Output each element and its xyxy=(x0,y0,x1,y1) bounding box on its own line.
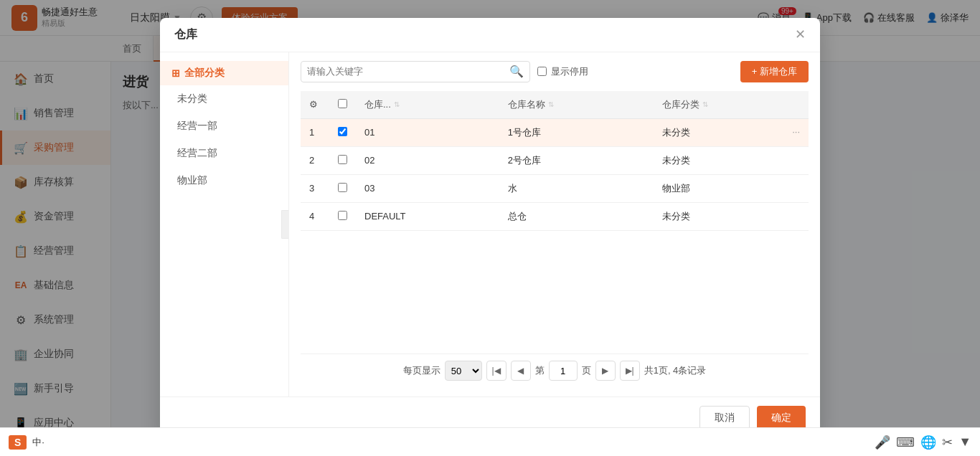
language-icon[interactable]: 🌐 xyxy=(920,434,936,450)
cancel-button[interactable]: 取消 xyxy=(699,406,750,430)
pagination: 每页显示 50 100 |◀ ◀ 第 1 页 ▶ ▶| 共1页, 4条记录 xyxy=(301,353,809,388)
bottom-bar: S 中· 🎤 ⌨ 🌐 ✂ ▼ xyxy=(0,427,980,456)
cell-category: 未分类 xyxy=(654,146,809,174)
th-checkbox xyxy=(329,91,356,119)
dialog-main-content: 🔍 显示停用 + 新增仓库 ⚙ xyxy=(289,52,820,396)
search-box: 🔍 xyxy=(301,61,530,82)
select-all-checkbox[interactable] xyxy=(338,99,347,108)
category-header[interactable]: ⊞ 全部分类 xyxy=(160,61,288,85)
cell-checkbox[interactable] xyxy=(329,202,356,230)
cell-index: 3 xyxy=(301,174,329,202)
table-row[interactable]: 2 02 2号仓库 未分类 xyxy=(301,146,809,174)
settings-icon: ⚙ xyxy=(309,99,318,110)
cut-icon[interactable]: ✂ xyxy=(942,434,953,450)
cell-category: 未分类··· xyxy=(654,118,809,146)
cell-code: 02 xyxy=(356,146,499,174)
dialog-body: ⊞ 全部分类 未分类 经营一部 经营二部 物业部 《 xyxy=(160,52,820,396)
dialog-overlay: 仓库 ✕ ⊞ 全部分类 未分类 经营一部 经营二部 xyxy=(0,0,980,456)
show-disabled-checkbox[interactable] xyxy=(537,67,547,76)
category-item-ops2[interactable]: 经营二部 xyxy=(160,140,288,167)
show-disabled-label: 显示停用 xyxy=(537,65,588,78)
per-page-select[interactable]: 50 100 xyxy=(445,361,482,381)
page-number-input[interactable]: 1 xyxy=(549,361,578,381)
table-container: ⚙ 仓库... ⇅ xyxy=(301,91,809,353)
row-checkbox[interactable] xyxy=(338,183,347,192)
table-row[interactable]: 4 DEFAULT 总仓 未分类 xyxy=(301,202,809,230)
th-settings: ⚙ xyxy=(301,91,329,119)
cell-category: 物业部 xyxy=(654,174,809,202)
cell-code: DEFAULT xyxy=(356,202,499,230)
sort-icon-name: ⇅ xyxy=(548,100,554,108)
sort-code[interactable]: 仓库... ⇅ xyxy=(364,98,491,111)
page-prev-button[interactable]: ◀ xyxy=(511,361,531,381)
table-row[interactable]: 1 01 1号仓库 未分类··· xyxy=(301,118,809,146)
cell-checkbox[interactable] xyxy=(329,118,356,146)
cell-index: 4 xyxy=(301,202,329,230)
page-next-button[interactable]: ▶ xyxy=(595,361,616,381)
table-row[interactable]: 3 03 水 物业部 xyxy=(301,174,809,202)
cell-name: 总仓 xyxy=(499,202,654,230)
dialog-header: 仓库 ✕ xyxy=(160,18,820,52)
th-code: 仓库... ⇅ xyxy=(356,91,499,119)
row-checkbox[interactable] xyxy=(338,155,347,164)
category-collapse-button[interactable]: 《 xyxy=(281,210,289,239)
cell-name: 2号仓库 xyxy=(499,146,654,174)
row-checkbox[interactable] xyxy=(338,211,347,220)
warehouse-table: ⚙ 仓库... ⇅ xyxy=(301,91,809,231)
page-last-button[interactable]: ▶| xyxy=(620,361,640,381)
cell-index: 1 xyxy=(301,118,329,146)
cell-code: 03 xyxy=(356,174,499,202)
search-input[interactable] xyxy=(307,66,509,77)
cell-checkbox[interactable] xyxy=(329,146,356,174)
page-first-button[interactable]: |◀ xyxy=(486,361,507,381)
sort-name[interactable]: 仓库名称 ⇅ xyxy=(508,98,646,111)
sort-icon-code: ⇅ xyxy=(394,100,400,108)
mic-icon[interactable]: 🎤 xyxy=(875,434,890,450)
dialog-title: 仓库 xyxy=(174,27,197,42)
cell-name: 水 xyxy=(499,174,654,202)
warehouse-dialog: 仓库 ✕ ⊞ 全部分类 未分类 经营一部 经营二部 xyxy=(160,18,820,439)
add-warehouse-button[interactable]: + 新增仓库 xyxy=(740,61,809,82)
sort-icon-category: ⇅ xyxy=(702,100,708,108)
row-more-button[interactable]: ··· xyxy=(792,126,800,137)
bottom-icons: 🎤 ⌨ 🌐 ✂ ▼ xyxy=(875,434,971,450)
category-sidebar: ⊞ 全部分类 未分类 经营一部 经营二部 物业部 《 xyxy=(160,52,289,396)
sort-category[interactable]: 仓库分类 ⇅ xyxy=(662,98,800,111)
table-header-row: ⚙ 仓库... ⇅ xyxy=(301,91,809,119)
cell-name: 1号仓库 xyxy=(499,118,654,146)
category-item-ops1[interactable]: 经营一部 xyxy=(160,113,288,140)
cell-checkbox[interactable] xyxy=(329,174,356,202)
category-item-property[interactable]: 物业部 xyxy=(160,167,288,194)
confirm-button[interactable]: 确定 xyxy=(757,406,806,430)
keyboard-icon[interactable]: ⌨ xyxy=(896,434,915,450)
th-category: 仓库分类 ⇅ xyxy=(654,91,809,119)
bottom-logo: S xyxy=(9,435,27,450)
cell-category: 未分类 xyxy=(654,202,809,230)
cell-index: 2 xyxy=(301,146,329,174)
row-checkbox[interactable] xyxy=(338,127,347,136)
expand-icon[interactable]: ▼ xyxy=(958,434,971,450)
grid-icon: ⊞ xyxy=(171,67,180,79)
category-item-uncategorized[interactable]: 未分类 xyxy=(160,85,288,113)
th-name: 仓库名称 ⇅ xyxy=(499,91,654,119)
dialog-toolbar: 🔍 显示停用 + 新增仓库 xyxy=(301,61,809,82)
search-icon: 🔍 xyxy=(509,65,524,78)
bottom-text: 中· xyxy=(32,436,44,449)
cell-code: 01 xyxy=(356,118,499,146)
dialog-close-button[interactable]: ✕ xyxy=(795,27,806,42)
